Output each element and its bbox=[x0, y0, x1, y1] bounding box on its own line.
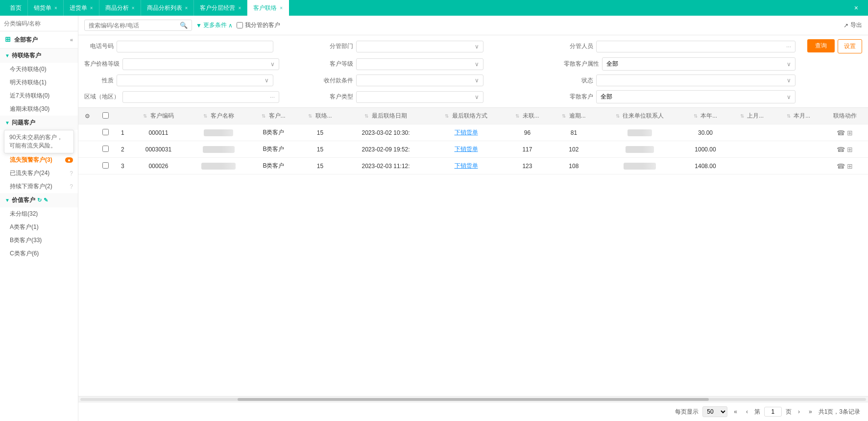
row-checkbox[interactable] bbox=[102, 162, 109, 169]
retail-attr-select[interactable]: 全部 ∨ bbox=[602, 57, 796, 71]
status-arrow: ∨ bbox=[787, 77, 791, 84]
search-input[interactable] bbox=[89, 22, 180, 29]
collapse-icon[interactable]: « bbox=[70, 37, 73, 43]
sidebar-item-class-c[interactable]: C类客户(6) bbox=[0, 247, 78, 260]
unit-contact-col-header[interactable]: 往来单位联系人 bbox=[597, 108, 682, 124]
sidebar-item-declining[interactable]: 持续下滑客户(2) ? bbox=[0, 180, 78, 193]
region-select[interactable]: ··· bbox=[122, 91, 279, 103]
last-contact-link[interactable]: 下销货单 bbox=[455, 162, 478, 169]
close-purchase-tab[interactable]: × bbox=[90, 5, 93, 11]
no-contact-col-header[interactable]: 未联... bbox=[504, 108, 551, 124]
customer-type-label: 客户类型 bbox=[324, 93, 353, 101]
pending-section-header[interactable]: ▼ 待联络客户 bbox=[0, 49, 78, 63]
manager-label: 分管人员 bbox=[564, 42, 593, 50]
all-customers-item[interactable]: ⊞ 全部客户 « bbox=[0, 31, 78, 49]
close-customer-contact-tab[interactable]: × bbox=[280, 5, 283, 11]
dept-select[interactable]: ∨ bbox=[356, 41, 483, 52]
sidebar-item-class-a[interactable]: A类客户(1) bbox=[0, 221, 78, 234]
phone-input[interactable] bbox=[117, 41, 273, 52]
settings-icon[interactable]: ⚙ bbox=[85, 113, 90, 120]
customer-type-select[interactable]: ∨ bbox=[356, 91, 483, 103]
next-page-button[interactable]: › bbox=[796, 407, 802, 416]
value-section-header[interactable]: ▼ 价值客户 ↻ ✎ bbox=[0, 193, 78, 207]
row-checkbox[interactable] bbox=[102, 146, 109, 152]
edit-icon[interactable]: ✎ bbox=[44, 197, 48, 203]
tab-customer-tier[interactable]: 客户分层经营 × bbox=[194, 0, 247, 16]
sidebar-item-overdue-contact[interactable]: 逾期未联络(30) bbox=[0, 102, 78, 116]
tab-analysis-list[interactable]: 商品分析列表 × bbox=[141, 0, 194, 16]
sidebar-item-tomorrow-pending[interactable]: 明天待联络(1) bbox=[0, 76, 78, 89]
row-overdue-cell: 108 bbox=[551, 158, 597, 174]
action-more-icon[interactable]: ⊞ bbox=[847, 162, 853, 170]
last-month-col-header[interactable]: 上月... bbox=[729, 108, 775, 124]
tab-home[interactable]: 首页 bbox=[4, 0, 28, 16]
scrollbar-thumb[interactable] bbox=[238, 398, 709, 401]
last-contact-link[interactable]: 下销货单 bbox=[455, 129, 478, 136]
sidebar-item-ungrouped[interactable]: 未分组(32) bbox=[0, 207, 78, 221]
sidebar-item-churned[interactable]: 已流失客户(24) ? bbox=[0, 167, 78, 180]
search-icon[interactable]: 🔍 bbox=[180, 22, 188, 29]
tab-sales[interactable]: 销货单 × bbox=[28, 0, 64, 16]
last-contact-date-col-header[interactable]: 最后联络日期 bbox=[343, 108, 428, 124]
close-analysis-tab[interactable]: × bbox=[132, 5, 135, 11]
close-analysis-list-tab[interactable]: × bbox=[185, 5, 188, 11]
close-sales-tab[interactable]: × bbox=[54, 5, 57, 11]
category-search-input[interactable] bbox=[4, 20, 77, 27]
tab-customer-contact[interactable]: 客户联络 × bbox=[247, 0, 289, 16]
sidebar-item-churn-warning[interactable]: 流失预警客户(3) ● bbox=[0, 153, 78, 167]
more-conditions-button[interactable]: ▼ 更多条件 ∧ bbox=[196, 21, 233, 29]
customer-tier-select[interactable]: ∨ bbox=[356, 58, 483, 70]
status-select[interactable]: ∨ bbox=[596, 74, 796, 86]
payment-select[interactable]: ∨ bbox=[356, 74, 483, 86]
retail-customer-select[interactable]: 全部 ∨ bbox=[596, 90, 796, 103]
this-year-col-header[interactable]: 本年... bbox=[682, 108, 729, 124]
price-tier-select[interactable]: ∨ bbox=[122, 58, 279, 70]
nature-select[interactable]: ∨ bbox=[117, 74, 273, 86]
query-button[interactable]: 查询 bbox=[807, 39, 835, 52]
first-page-button[interactable]: « bbox=[731, 407, 740, 416]
page-label-prefix: 第 bbox=[754, 408, 760, 416]
row-name-cell bbox=[187, 158, 250, 174]
prev-page-button[interactable]: ‹ bbox=[744, 407, 750, 416]
action-more-icon[interactable]: ⊞ bbox=[847, 129, 853, 137]
last-contact-link[interactable]: 下销货单 bbox=[455, 146, 478, 152]
row-checkbox[interactable] bbox=[102, 129, 109, 135]
action-contact-icon[interactable]: ☎ bbox=[837, 129, 845, 137]
manager-more-dots[interactable]: ··· bbox=[786, 43, 791, 50]
horizontal-scrollbar[interactable] bbox=[78, 396, 868, 402]
contact-col-header[interactable]: 联络... bbox=[297, 108, 343, 124]
window-close-button[interactable]: × bbox=[848, 4, 864, 12]
my-customers-check[interactable] bbox=[237, 22, 243, 28]
action-contact-icon[interactable]: ☎ bbox=[837, 162, 845, 170]
action-contact-icon[interactable]: ☎ bbox=[837, 146, 845, 153]
sidebar-item-7day-pending[interactable]: 近7天待联络(0) bbox=[0, 89, 78, 102]
last-page-button[interactable]: » bbox=[806, 407, 815, 416]
refresh-icon[interactable]: ↻ bbox=[37, 197, 42, 203]
row-type-cell: B类客户 bbox=[250, 141, 297, 158]
name-col-header[interactable]: 客户名称 bbox=[187, 108, 250, 124]
code-col-header[interactable]: 客户编码 bbox=[130, 108, 187, 124]
setting-button[interactable]: 设置 bbox=[838, 39, 862, 53]
this-month-col-header[interactable]: 本月... bbox=[775, 108, 821, 124]
problem-section-header[interactable]: ▼ 问题客户 bbox=[0, 116, 78, 130]
tab-purchase[interactable]: 进货单 × bbox=[64, 0, 99, 16]
row-actions-cell: ☎ ⊞ bbox=[821, 158, 868, 174]
close-customer-tier-tab[interactable]: × bbox=[238, 5, 241, 11]
region-more-dots[interactable]: ··· bbox=[270, 94, 275, 100]
settings-col-header[interactable]: ⚙ bbox=[78, 108, 96, 124]
row-last-contact-date-cell: 2023-02-09 19:52: bbox=[343, 141, 428, 158]
sidebar-item-today-pending[interactable]: 今天待联络(0) bbox=[0, 63, 78, 76]
current-page-input[interactable] bbox=[764, 407, 782, 417]
action-more-icon[interactable]: ⊞ bbox=[847, 146, 853, 153]
customer-name-blurred bbox=[203, 146, 235, 153]
last-contact-method-col-header[interactable]: 最后联络方式 bbox=[428, 108, 504, 124]
type-col-header[interactable]: 客户... bbox=[250, 108, 297, 124]
sidebar-item-class-b[interactable]: B类客户(33) bbox=[0, 234, 78, 247]
select-all-checkbox[interactable] bbox=[102, 112, 109, 119]
per-page-select[interactable]: 50 100 200 bbox=[702, 406, 727, 417]
export-button[interactable]: ↗ 导出 bbox=[844, 21, 862, 29]
tab-analysis[interactable]: 商品分析 × bbox=[99, 0, 141, 16]
overdue-col-header[interactable]: 逾期... bbox=[551, 108, 597, 124]
my-customers-checkbox[interactable]: 我分管的客户 bbox=[237, 21, 280, 29]
manager-select[interactable]: ··· bbox=[596, 41, 796, 52]
